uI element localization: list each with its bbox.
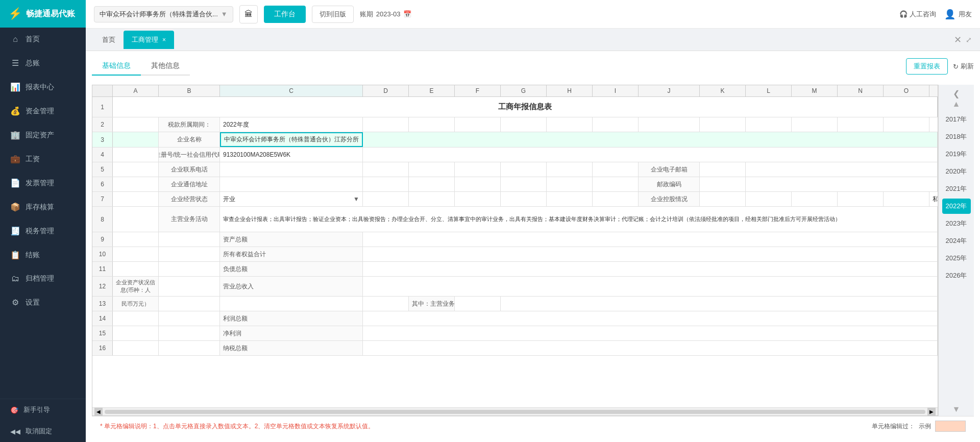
cell-16-b[interactable] bbox=[159, 341, 220, 355]
user-menu-button[interactable]: 👤 用友 bbox=[944, 9, 972, 20]
sidebar-logo[interactable]: ⚡ 畅捷通易代账 bbox=[0, 0, 86, 28]
cell-13-d[interactable] bbox=[363, 297, 409, 311]
year-button-2018[interactable]: 2018年 bbox=[942, 129, 971, 144]
cell-13-f[interactable] bbox=[455, 297, 501, 311]
cell-2-o[interactable] bbox=[884, 117, 929, 132]
cell-7-h[interactable] bbox=[547, 192, 593, 206]
calendar-icon[interactable]: 📅 bbox=[403, 10, 411, 18]
company-selector[interactable]: 中审众环会计师事务所（特殊普通合伙... ▼ bbox=[94, 6, 233, 22]
cell-8-c[interactable]: 审查企业会计报表；出具审计报告；验证企业资本；出具验资报告；办理企业合开、分立、… bbox=[220, 207, 938, 232]
year-button-2019[interactable]: 2019年 bbox=[942, 146, 971, 162]
year-button-2026[interactable]: 2026年 bbox=[942, 268, 971, 283]
cell-16-a[interactable] bbox=[113, 341, 159, 355]
scroll-left-button[interactable]: ◀ bbox=[94, 408, 103, 416]
cell-7-i[interactable] bbox=[593, 192, 639, 206]
cell-5-c[interactable] bbox=[220, 162, 363, 177]
dropdown-arrow-icon[interactable]: ▼ bbox=[353, 195, 359, 203]
cell-7-k[interactable] bbox=[700, 192, 746, 206]
year-button-2020[interactable]: 2020年 bbox=[942, 164, 971, 179]
cell-2-k[interactable] bbox=[700, 117, 746, 132]
cell-2-d[interactable] bbox=[363, 117, 409, 132]
sheet-body[interactable]: 1 工商年报信息表 2 税款所属期间： 2022年度 bbox=[92, 97, 938, 407]
sidebar-item-settings[interactable]: ⚙ 设置 bbox=[0, 290, 86, 314]
cell-6-h[interactable] bbox=[547, 177, 593, 191]
cell-2-p[interactable] bbox=[929, 117, 938, 132]
year-button-2022[interactable]: 2022年 bbox=[942, 199, 971, 214]
cell-9-a[interactable] bbox=[113, 232, 159, 247]
collapse-left-icon[interactable]: ❮ bbox=[953, 89, 960, 99]
cell-6-rest[interactable] bbox=[746, 177, 938, 191]
cell-15-a[interactable] bbox=[113, 326, 159, 340]
cell-6-k[interactable] bbox=[700, 177, 746, 191]
cell-10-rest[interactable] bbox=[363, 247, 938, 261]
sidebar-item-assets[interactable]: 🏢 固定资产 bbox=[0, 123, 86, 147]
cell-6-i[interactable] bbox=[593, 177, 639, 191]
cell-2-n[interactable] bbox=[838, 117, 884, 132]
tab-business-management[interactable]: 工商管理 × bbox=[124, 31, 174, 49]
cell-2-f[interactable] bbox=[455, 117, 501, 132]
cell-6-d[interactable] bbox=[363, 177, 409, 191]
cell-5-h[interactable] bbox=[547, 162, 593, 177]
cell-11-a[interactable] bbox=[113, 262, 159, 276]
chevron-up-icon[interactable]: ▲ bbox=[952, 100, 961, 109]
reset-report-button[interactable]: 重置报表 bbox=[906, 58, 948, 75]
year-button-2024[interactable]: 2024年 bbox=[942, 233, 971, 249]
window-close-button[interactable]: ✕ bbox=[954, 34, 962, 45]
cell-7-e[interactable] bbox=[409, 192, 455, 206]
cell-15-rest[interactable] bbox=[363, 326, 938, 340]
cell-15-b[interactable] bbox=[159, 326, 220, 340]
old-version-button[interactable]: 切到旧版 bbox=[312, 6, 354, 23]
cell-4-a[interactable] bbox=[113, 148, 159, 162]
subtab-other[interactable]: 其他信息 bbox=[141, 57, 190, 76]
cell-7-f[interactable] bbox=[455, 192, 501, 206]
cell-5-i[interactable] bbox=[593, 162, 639, 177]
cell-7-g[interactable] bbox=[501, 192, 547, 206]
year-button-2023[interactable]: 2023年 bbox=[942, 216, 971, 231]
year-button-2021[interactable]: 2021年 bbox=[942, 181, 971, 197]
cell-9-b[interactable] bbox=[159, 232, 220, 247]
cell-7-n[interactable] bbox=[838, 192, 884, 206]
cell-16-rest[interactable] bbox=[363, 341, 938, 355]
cell-10-b[interactable] bbox=[159, 247, 220, 261]
cell-2-h[interactable] bbox=[547, 117, 593, 132]
cell-5-g[interactable] bbox=[501, 162, 547, 177]
cell-7-o[interactable] bbox=[884, 192, 929, 206]
tab-close-icon[interactable]: × bbox=[162, 36, 166, 43]
window-expand-button[interactable]: ⤢ bbox=[966, 36, 972, 44]
company-settings-button[interactable]: 🏛 bbox=[239, 5, 258, 23]
cell-14-b[interactable] bbox=[159, 311, 220, 326]
year-button-2025[interactable]: 2025年 bbox=[942, 251, 971, 266]
cell-2-l[interactable] bbox=[746, 117, 792, 132]
sidebar-item-tax[interactable]: 🧾 税务管理 bbox=[0, 219, 86, 243]
cell-11-rest[interactable] bbox=[363, 262, 938, 276]
cell-6-f[interactable] bbox=[455, 177, 501, 191]
sidebar-item-close-accounts[interactable]: 📋 结账 bbox=[0, 243, 86, 267]
cell-14-rest[interactable] bbox=[363, 311, 938, 326]
scroll-right-button[interactable]: ▶ bbox=[927, 408, 936, 416]
chevron-down-icon[interactable]: ▼ bbox=[952, 405, 961, 414]
sidebar-item-unpin[interactable]: ◀◀ 取消固定 bbox=[0, 421, 86, 442]
cell-6-e[interactable] bbox=[409, 177, 455, 191]
cell-2-c[interactable]: 2022年度 bbox=[220, 117, 363, 132]
cell-2-a[interactable] bbox=[113, 117, 159, 132]
cell-13-rest[interactable] bbox=[501, 297, 938, 311]
cell-7-a[interactable] bbox=[113, 192, 159, 206]
tab-home[interactable]: 首页 bbox=[94, 31, 124, 49]
cell-13-c[interactable] bbox=[220, 297, 363, 311]
cell-12-b[interactable] bbox=[159, 277, 220, 296]
cell-11-b[interactable] bbox=[159, 262, 220, 276]
support-button[interactable]: 🎧 人工咨询 bbox=[899, 10, 936, 19]
cell-2-m[interactable] bbox=[792, 117, 838, 132]
cell-3-a[interactable] bbox=[113, 132, 159, 147]
cell-6-g[interactable] bbox=[501, 177, 547, 191]
cell-2-j[interactable] bbox=[639, 117, 700, 132]
cell-7-l[interactable] bbox=[746, 192, 792, 206]
cell-7-m[interactable] bbox=[792, 192, 838, 206]
cell-3-rest[interactable] bbox=[363, 132, 938, 147]
cell-5-d[interactable] bbox=[363, 162, 409, 177]
cell-5-e[interactable] bbox=[409, 162, 455, 177]
cell-7-d[interactable] bbox=[363, 192, 409, 206]
cell-7-c[interactable]: 开业 ▼ bbox=[220, 192, 363, 206]
cell-13-b[interactable] bbox=[159, 297, 220, 311]
horizontal-scrollbar[interactable]: ◀ ▶ bbox=[92, 407, 938, 415]
